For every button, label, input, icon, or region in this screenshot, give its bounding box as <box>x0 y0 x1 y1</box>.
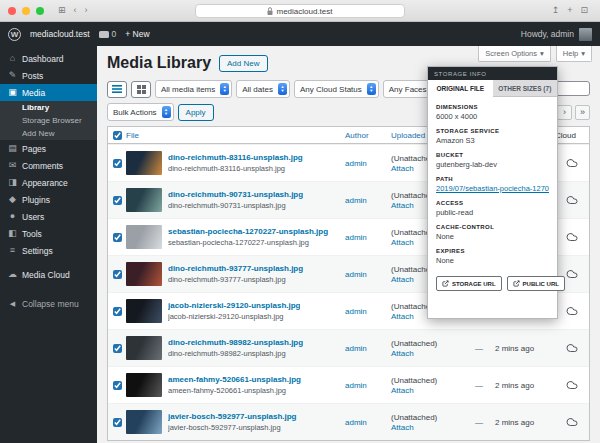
cloud-status-button[interactable] <box>555 194 589 206</box>
row-checkbox[interactable] <box>113 344 122 353</box>
cloud-status-button[interactable] <box>555 342 589 354</box>
sidebar-item-add-new[interactable]: Add New <box>0 127 97 140</box>
tab-other-sizes[interactable]: OTHER SIZES (7) <box>493 80 558 97</box>
close-window-button[interactable] <box>8 7 16 15</box>
sidebar-item-plugins[interactable]: ◆ Plugins <box>0 191 97 208</box>
cloud-status-button[interactable] <box>555 231 589 243</box>
date-filter[interactable]: All dates <box>236 80 290 98</box>
tabs-icon[interactable]: ⊡ <box>580 6 588 15</box>
thumbnail[interactable] <box>126 336 162 360</box>
list-view-button[interactable] <box>107 81 127 98</box>
sidebar-item-media[interactable]: ▣ Media <box>0 84 97 101</box>
dashboard-icon: ⌂ <box>7 54 18 63</box>
help-button[interactable]: Help ▾ <box>556 46 592 62</box>
row-checkbox[interactable] <box>113 270 122 279</box>
address-bar[interactable]: mediacloud.test <box>195 4 405 18</box>
cloud-status-button[interactable] <box>555 305 589 317</box>
thumbnail[interactable] <box>126 188 162 212</box>
column-header-cloud: Cloud <box>555 131 589 140</box>
media-type-filter[interactable]: All media items <box>155 80 232 98</box>
thumbnail[interactable] <box>126 225 162 249</box>
thumbnail[interactable] <box>126 262 162 286</box>
author-link[interactable]: admin <box>345 418 391 427</box>
info-field: DIMENSIONS 6000 x 4000 <box>436 104 549 121</box>
file-cell: jacob-nizierski-29120-unsplash.jpg jacob… <box>126 299 345 323</box>
tab-overview-icon[interactable]: ⊞ <box>58 6 66 15</box>
sidebar-item-collapse-menu[interactable]: ◀ Collapse menu <box>0 295 97 312</box>
field-value[interactable]: 2019/07/sebastian-pociecha-1270227-u… <box>436 184 549 193</box>
author-link[interactable]: admin <box>345 233 391 242</box>
thumbnail[interactable] <box>126 299 162 323</box>
attach-link[interactable]: Attach <box>391 349 463 358</box>
forward-icon[interactable]: › <box>85 6 88 15</box>
site-name-link[interactable]: mediacloud.test <box>30 29 90 39</box>
howdy-link[interactable]: Howdy, admin <box>521 29 574 39</box>
sidebar-item-dashboard[interactable]: ⌂ Dashboard <box>0 50 97 67</box>
grid-view-button[interactable] <box>131 81 151 98</box>
author-link[interactable]: admin <box>345 270 391 279</box>
attach-link[interactable]: Attach <box>391 386 463 395</box>
back-icon[interactable]: ‹ <box>74 6 77 15</box>
cloud-status-button[interactable] <box>555 157 589 169</box>
share-icon[interactable]: ↥ <box>552 6 560 15</box>
thumbnail[interactable] <box>126 410 162 434</box>
author-link[interactable]: admin <box>345 344 391 353</box>
file-title-link[interactable]: sebastian-pociecha-1270227-unsplash.jpg <box>168 227 328 237</box>
sidebar-item-storage-browser[interactable]: Storage Browser <box>0 114 97 127</box>
sidebar-item-pages[interactable]: ▤ Pages <box>0 140 97 157</box>
public-url-button[interactable]: PUBLIC URL <box>507 276 565 291</box>
bulk-actions-select[interactable]: Bulk Actions <box>107 103 174 121</box>
wordpress-logo-icon[interactable]: W <box>8 28 21 41</box>
sidebar-item-posts[interactable]: ✎ Posts <box>0 67 97 84</box>
sidebar-item-tools[interactable]: ◧ Tools <box>0 225 97 242</box>
file-title-link[interactable]: ameen-fahmy-520661-unsplash.jpg <box>168 375 301 385</box>
storage-url-button[interactable]: STORAGE URL <box>436 276 502 291</box>
file-title-link[interactable]: javier-bosch-592977-unsplash.jpg <box>168 412 297 422</box>
next-page-button[interactable]: › <box>557 105 572 120</box>
author-link[interactable]: admin <box>345 196 391 205</box>
author-link[interactable]: admin <box>345 159 391 168</box>
minimize-window-button[interactable] <box>22 7 30 15</box>
sidebar-item-appearance[interactable]: ◨ Appearance <box>0 174 97 191</box>
zoom-window-button[interactable] <box>36 7 44 15</box>
row-checkbox[interactable] <box>113 233 122 242</box>
tab-original-file[interactable]: ORIGINAL FILE <box>428 80 493 97</box>
file-title-link[interactable]: dino-reichmuth-98982-unsplash.jpg <box>168 338 303 348</box>
info-field: STORAGE SERVICE Amazon S3 <box>436 128 549 145</box>
thumbnail[interactable] <box>126 151 162 175</box>
file-cell: dino-reichmuth-90731-unsplash.jpg dino-r… <box>126 188 345 212</box>
author-link[interactable]: admin <box>345 381 391 390</box>
sidebar-item-comments[interactable]: ✉ Comments <box>0 157 97 174</box>
add-new-button[interactable]: Add New <box>219 55 267 72</box>
select-all-checkbox[interactable] <box>113 131 122 140</box>
comments-indicator[interactable]: 0 <box>99 29 117 39</box>
field-value: None <box>436 232 549 241</box>
thumbnail[interactable] <box>126 373 162 397</box>
row-checkbox[interactable] <box>113 159 122 168</box>
file-title-link[interactable]: dino-reichmuth-83116-unsplash.jpg <box>168 153 303 163</box>
author-link[interactable]: admin <box>345 307 391 316</box>
attach-link[interactable]: Attach <box>391 423 463 432</box>
sidebar-item-media-cloud[interactable]: ☁ Media Cloud <box>0 266 97 283</box>
file-title-link[interactable]: dino-reichmuth-93777-unsplash.jpg <box>168 264 303 274</box>
cloud-icon <box>565 268 579 280</box>
cloud-status-filter[interactable]: Any Cloud Status <box>294 80 379 98</box>
row-checkbox[interactable] <box>113 307 122 316</box>
row-checkbox[interactable] <box>113 418 122 427</box>
row-checkbox[interactable] <box>113 196 122 205</box>
file-title-link[interactable]: jacob-nizierski-29120-unsplash.jpg <box>168 301 300 311</box>
new-tab-icon[interactable]: + <box>567 6 572 15</box>
column-header-file[interactable]: File <box>126 131 345 140</box>
row-checkbox[interactable] <box>113 381 122 390</box>
cloud-status-button[interactable] <box>555 379 589 391</box>
column-header-author[interactable]: Author <box>345 131 391 140</box>
sidebar-item-settings[interactable]: ≡ Settings <box>0 242 97 259</box>
last-page-button[interactable]: » <box>575 105 590 120</box>
screen-options-button[interactable]: Screen Options ▾ <box>478 46 550 62</box>
sidebar-item-library[interactable]: Library <box>0 101 97 114</box>
apply-button[interactable]: Apply <box>178 104 214 121</box>
cloud-status-button[interactable] <box>555 416 589 428</box>
sidebar-item-users[interactable]: ● Users <box>0 208 97 225</box>
file-title-link[interactable]: dino-reichmuth-90731-unsplash.jpg <box>168 190 303 200</box>
new-content-menu[interactable]: + New <box>125 29 149 39</box>
